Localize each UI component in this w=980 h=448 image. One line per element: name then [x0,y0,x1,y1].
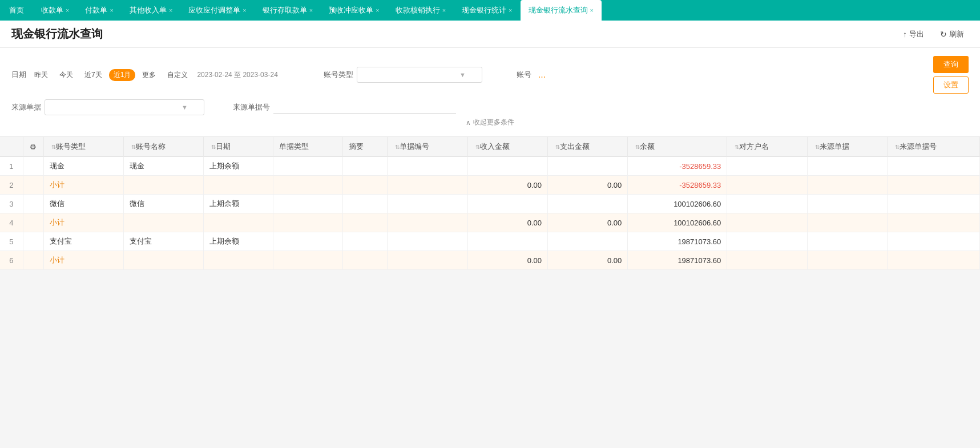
th-account_type[interactable]: ⇅账号类型 [43,137,123,157]
collapse-up-icon: ∧ [466,119,471,127]
filter-area: 日期 昨天今天近7天近1月更多自定义 2023-02-24 至 2023-03-… [0,48,980,137]
td-account_type: 现金 [43,157,123,176]
th-income[interactable]: ⇅收入金额 [467,137,547,157]
export-label: 导出 [909,29,924,39]
td-counterparty [727,213,807,232]
table-row: 1现金现金上期余额-3528659.33 [0,157,980,176]
sort-icon-doc_number[interactable]: ⇅ [395,144,400,150]
tab-close-icon[interactable]: × [66,7,69,14]
th-doc_number[interactable]: ⇅单据编号 [388,137,467,157]
td-doc_type [273,232,343,251]
td-doc_type [273,195,343,213]
td-summary [342,176,388,195]
td-source_doc [807,213,887,232]
td-expense [548,195,628,213]
table-row: 2小计0.000.00-3528659.33 [0,176,980,195]
table-header: ⚙⇅账号类型⇅账号名称⇅日期单据类型摘要⇅单据编号⇅收入金额⇅支出金额⇅余额⇅对… [0,137,980,157]
filter-row-1: 日期 昨天今天近7天近1月更多自定义 2023-02-24 至 2023-03-… [11,56,969,94]
tab-close-icon[interactable]: × [110,7,113,14]
nav-tab-现金银行统计[interactable]: 现金银行统计× [454,0,520,21]
source-doc-number-input[interactable] [273,101,456,114]
sort-icon-source_doc_no[interactable]: ⇅ [895,144,900,150]
td-balance: 100102606.60 [628,195,727,213]
td-index: 6 [0,251,23,270]
td-counterparty [727,251,807,270]
nav-tab-其他收入单[interactable]: 其他收入单× [122,0,180,21]
sort-icon-date[interactable]: ⇅ [211,144,216,150]
tab-close-icon[interactable]: × [509,7,512,14]
td-source_doc [807,195,887,213]
sort-icon-source_doc[interactable]: ⇅ [815,144,820,150]
tab-close-icon[interactable]: × [376,7,379,14]
header-actions: ↑ 导出 ↻ 刷新 [898,27,969,42]
source-doc-select[interactable]: ▼ [45,99,204,115]
td-doc_number [388,157,467,176]
th-account_name[interactable]: ⇅账号名称 [123,137,203,157]
td-index: 4 [0,213,23,232]
th-source_doc[interactable]: ⇅来源单据 [807,137,887,157]
account-type-select[interactable]: ▼ [357,67,482,83]
data-table: ⚙⇅账号类型⇅账号名称⇅日期单据类型摘要⇅单据编号⇅收入金额⇅支出金额⇅余额⇅对… [0,137,980,270]
th-source_doc_no[interactable]: ⇅来源单据号 [887,137,979,157]
td-doc_number [388,195,467,213]
nav-tab-现金银行流水查询[interactable]: 现金银行流水查询× [521,0,602,21]
nav-home[interactable]: 首页 [0,0,33,21]
date-option-自定义[interactable]: 自定义 [163,69,192,81]
sort-icon-counterparty[interactable]: ⇅ [735,144,739,150]
query-button[interactable]: 查询 [933,56,969,73]
sort-icon-income[interactable]: ⇅ [475,144,480,150]
account-ellipsis-btn[interactable]: ... [535,70,549,80]
th-counterparty[interactable]: ⇅对方户名 [727,137,807,157]
nav-tab-收款单[interactable]: 收款单× [33,0,77,21]
th-date[interactable]: ⇅日期 [204,137,273,157]
td-date: 上期余额 [204,157,273,176]
nav-tab-应收应付调整单[interactable]: 应收应付调整单× [180,0,254,21]
date-options: 昨天今天近7天近1月更多自定义 [30,69,192,81]
table-row: 3微信微信上期余额100102606.60 [0,195,980,213]
nav-tab-收款核销执行[interactable]: 收款核销执行× [388,0,454,21]
date-option-今天[interactable]: 今天 [55,69,78,81]
td-income: 0.00 [467,213,547,232]
td-balance: 19871073.60 [628,232,727,251]
collapse-bar[interactable]: ∧ 收起更多条件 [11,115,969,131]
tab-close-icon[interactable]: × [590,7,594,14]
date-option-近1月[interactable]: 近1月 [109,69,136,81]
date-option-昨天[interactable]: 昨天 [30,69,53,81]
export-button[interactable]: ↑ 导出 [898,27,929,42]
page-header: 现金银行流水查询 ↑ 导出 ↻ 刷新 [0,21,980,48]
table-container: ⚙⇅账号类型⇅账号名称⇅日期单据类型摘要⇅单据编号⇅收入金额⇅支出金额⇅余额⇅对… [0,137,980,270]
td-doc_number [388,213,467,232]
td-doc_number [388,251,467,270]
td-index: 5 [0,232,23,251]
td-income [467,232,547,251]
account-type-label: 账号类型 [324,70,353,80]
td-date [204,251,273,270]
account-filter-group: 账号 ... [517,70,549,80]
th-expense[interactable]: ⇅支出金额 [548,137,628,157]
sort-icon-expense[interactable]: ⇅ [555,144,560,150]
tab-close-icon[interactable]: × [169,7,172,14]
td-account_name: 支付宝 [123,232,203,251]
tab-close-icon[interactable]: × [309,7,313,14]
nav-tab-预收冲应收单[interactable]: 预收冲应收单× [321,0,387,21]
td-date: 上期余额 [204,232,273,251]
refresh-button[interactable]: ↻ 刷新 [935,27,969,42]
sort-icon-balance[interactable]: ⇅ [635,144,640,150]
td-date: 上期余额 [204,195,273,213]
tab-close-icon[interactable]: × [243,7,246,14]
th-balance[interactable]: ⇅余额 [628,137,727,157]
account-type-filter-group: 账号类型 ▼ [324,67,482,83]
settings-button[interactable]: 设置 [933,76,969,94]
nav-tab-银行存取款单[interactable]: 银行存取款单× [255,0,321,21]
nav-tab-付款单[interactable]: 付款单× [77,0,121,21]
td-source_doc_no [887,195,979,213]
td-gear [23,232,43,251]
td-doc_number [388,176,467,195]
date-option-更多[interactable]: 更多 [138,69,160,81]
sort-icon-account_name[interactable]: ⇅ [131,144,136,150]
date-option-近7天[interactable]: 近7天 [80,69,107,81]
td-gear [23,195,43,213]
td-source_doc_no [887,157,979,176]
tab-close-icon[interactable]: × [442,7,446,14]
sort-icon-account_type[interactable]: ⇅ [51,144,56,150]
